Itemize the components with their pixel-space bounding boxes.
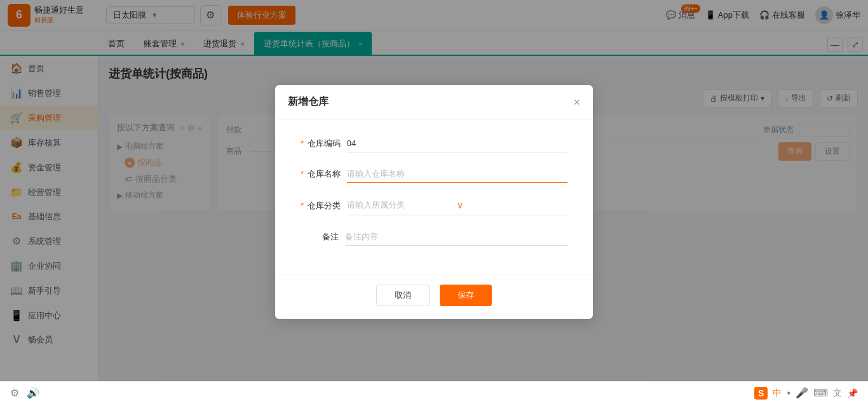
code-label: * 仓库编码 [301, 138, 347, 149]
dialog-close-button[interactable]: × [573, 97, 580, 108]
category-required-star: * [301, 201, 304, 210]
form-row-name: * 仓库名称 [301, 165, 567, 183]
name-input[interactable] [347, 165, 567, 183]
remark-label: 备注 [301, 231, 345, 243]
bottom-left: ⚙ 🔊 [10, 387, 39, 399]
bottom-right: S 中 • 🎤 ⌨ 文 📌 [754, 387, 858, 400]
save-button[interactable]: 保存 [440, 285, 492, 306]
form-row-category: * 仓库分类 请输入所属分类 ∨ [301, 196, 567, 215]
form-row-remark: 备注 [301, 228, 567, 246]
remark-input[interactable] [345, 228, 567, 246]
zhong-icon: 中 [773, 387, 782, 399]
dialog-title: 新增仓库 [288, 95, 329, 109]
dialog-body: * 仓库编码 * 仓库名称 * 仓库分类 请输入所属 [275, 119, 593, 274]
mic-icon[interactable]: 🎤 [796, 387, 808, 399]
new-warehouse-dialog: 新增仓库 × * 仓库编码 * 仓库名称 [275, 85, 593, 319]
pin-icon[interactable]: 📌 [847, 388, 858, 398]
code-required-star: * [301, 138, 304, 148]
dialog-header: 新增仓库 × [275, 85, 593, 119]
dialog-footer: 取消 保存 [275, 274, 593, 319]
form-row-code: * 仓库编码 [301, 135, 567, 152]
category-label: * 仓库分类 [301, 200, 347, 212]
name-label: * 仓库名称 [301, 168, 347, 180]
cancel-button[interactable]: 取消 [376, 285, 430, 306]
dot-icon: • [787, 387, 790, 399]
language-icon[interactable]: 文 [833, 387, 842, 399]
s-brand-badge: S [754, 387, 768, 400]
category-select[interactable]: 请输入所属分类 ∨ [347, 196, 567, 215]
code-input[interactable] [347, 135, 567, 152]
modal-overlay: 新增仓库 × * 仓库编码 * 仓库名称 [0, 0, 868, 404]
category-dropdown-arrow: ∨ [457, 200, 567, 210]
name-required-star: * [301, 169, 304, 178]
sound-bottom-icon[interactable]: 🔊 [27, 387, 39, 399]
category-placeholder: 请输入所属分类 [347, 199, 458, 211]
settings-bottom-icon[interactable]: ⚙ [10, 387, 19, 399]
keyboard-icon[interactable]: ⌨ [813, 387, 828, 399]
